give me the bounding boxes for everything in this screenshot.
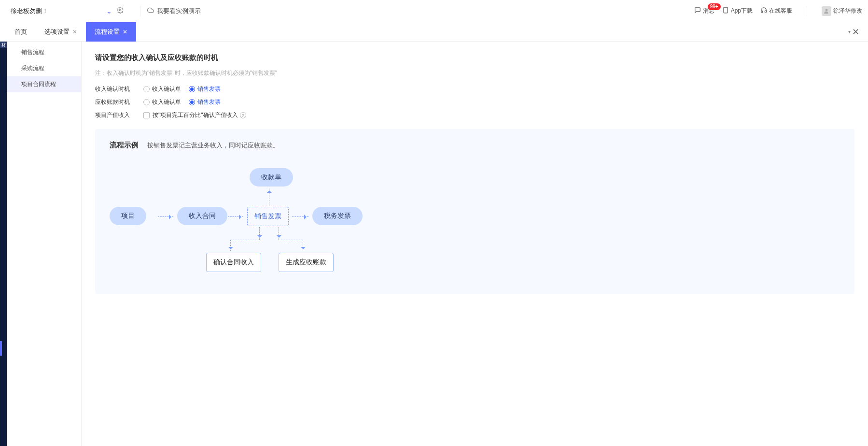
headset-icon <box>760 7 767 15</box>
demo-link-label: 我要看实例演示 <box>157 7 201 15</box>
sidebar-item-purchase-flow[interactable]: 采购流程 <box>7 60 81 76</box>
app-rail: 材 <box>0 42 7 446</box>
demo-link[interactable]: 我要看实例演示 <box>147 7 201 15</box>
radio-label: 收入确认单 <box>152 85 181 93</box>
radio-label: 销售发票 <box>197 85 221 93</box>
page-title: 请设置您的收入确认及应收账款的时机 <box>95 53 854 62</box>
radio-sales-invoice[interactable]: 销售发票 <box>189 85 221 93</box>
flow-arrow <box>228 216 243 217</box>
support-label: 在线客服 <box>769 7 792 15</box>
top-right-actions: 消息 99+ App下载 在线客服 徐泽华修改 <box>694 6 862 16</box>
tab-label: 首页 <box>14 28 27 36</box>
divider <box>807 6 807 16</box>
page-note: 注：收入确认时机为"销售发票"时，应收账款确认时机必须为"销售发票" <box>95 69 854 77</box>
flow-arrow <box>230 240 231 251</box>
flow-node-sales-invoice: 销售发票 <box>247 207 289 226</box>
flow-arrow <box>292 216 308 217</box>
radio-dot-icon <box>189 99 195 105</box>
svg-point-0 <box>119 9 121 11</box>
top-bar: 徐老板勿删！ ⌄ 我要看实例演示 消息 99+ App下载 <box>0 0 868 22</box>
row-project-value: 项目产值收入 按"项目完工百分比"确认产值收入 ? <box>95 111 854 119</box>
flow-title: 流程示例 <box>110 141 139 150</box>
flow-node-project: 项目 <box>110 207 146 225</box>
flow-node-confirm-income: 确认合同收入 <box>206 253 261 272</box>
tab-bar: 首页 选项设置 ✕ 流程设置 ✕ ✕ ▾ <box>0 22 868 42</box>
flow-example-panel: 流程示例 按销售发票记主营业务收入，同时记应收账款。 项目 收入合同 销售发票 … <box>95 129 854 294</box>
row-ar-timing: 应收账款时机 收入确认单 销售发票 <box>95 98 854 106</box>
checkbox-completion-pct[interactable] <box>143 112 150 118</box>
gear-icon[interactable] <box>117 7 124 15</box>
tab-options[interactable]: 选项设置 ✕ <box>36 22 86 42</box>
org-name: 徐老板勿删！ <box>11 7 106 15</box>
close-icon[interactable]: ✕ <box>123 29 127 35</box>
chevron-down-icon[interactable]: ▾ <box>848 29 851 34</box>
flow-canvas: 项目 收入合同 销售发票 税务发票 收款单 确认合同收入 生成应收账款 <box>110 163 840 274</box>
flow-arrow-segment <box>279 240 303 240</box>
field-label: 应收账款时机 <box>95 98 143 106</box>
flow-node-income-contract: 收入合同 <box>177 207 227 225</box>
flow-arrow-segment <box>230 240 259 240</box>
chevron-down-icon: ⌄ <box>106 7 112 15</box>
rail-tag: 材 <box>0 42 7 48</box>
divider <box>140 6 140 16</box>
rail-marker <box>0 341 2 356</box>
radio-income-confirm-doc[interactable]: 收入确认单 <box>143 85 181 93</box>
flow-description: 按销售发票记主营业务收入，同时记应收账款。 <box>147 141 279 150</box>
tab-label: 选项设置 <box>44 28 70 36</box>
tab-home[interactable]: 首页 <box>6 22 36 42</box>
flow-arrow-segment <box>279 227 279 240</box>
flow-node-tax-invoice: 税务发票 <box>312 207 363 225</box>
flow-arrow-segment <box>259 227 260 240</box>
field-label: 收入确认时机 <box>95 85 143 93</box>
username-label: 徐泽华修改 <box>833 7 862 15</box>
flow-node-gen-ar: 生成应收账款 <box>279 253 334 272</box>
cloud-icon <box>147 7 154 15</box>
flow-node-receipt: 收款单 <box>250 168 293 187</box>
svg-rect-1 <box>724 7 728 13</box>
radio-dot-icon <box>143 99 150 105</box>
tab-process[interactable]: 流程设置 ✕ <box>86 22 136 42</box>
message-icon <box>694 7 701 15</box>
main-content: 请设置您的收入确认及应收账款的时机 注：收入确认时机为"销售发票"时，应收账款确… <box>82 42 868 446</box>
radio-income-confirm-doc[interactable]: 收入确认单 <box>143 98 181 106</box>
radio-dot-icon <box>143 86 150 92</box>
tab-label: 流程设置 <box>95 28 120 36</box>
radio-dot-icon <box>189 86 195 92</box>
body-container: 材 销售流程 采购流程 项目合同流程 请设置您的收入确认及应收账款的时机 注：收… <box>0 42 868 446</box>
checkbox-label: 按"项目完工百分比"确认产值收入 <box>153 111 238 119</box>
close-icon[interactable]: ✕ <box>72 29 77 35</box>
sidebar-item-project-contract-flow[interactable]: 项目合同流程 <box>7 76 81 92</box>
org-selector[interactable]: 徐老板勿删！ ⌄ <box>6 7 117 15</box>
flow-arrow <box>303 240 303 251</box>
flow-arrow <box>158 216 173 217</box>
radio-label: 收入确认单 <box>152 98 181 106</box>
help-icon[interactable]: ? <box>240 112 246 118</box>
svg-point-3 <box>826 9 828 11</box>
field-label: 项目产值收入 <box>95 111 143 119</box>
radio-sales-invoice[interactable]: 销售发票 <box>189 98 221 106</box>
app-download-label: App下载 <box>731 7 753 15</box>
user-menu[interactable]: 徐泽华修改 <box>822 6 862 16</box>
app-download-button[interactable]: App下载 <box>722 7 753 15</box>
flow-arrow <box>269 188 269 206</box>
messages-button[interactable]: 消息 99+ <box>694 7 714 15</box>
sidebar: 销售流程 采购流程 项目合同流程 <box>7 42 82 446</box>
row-income-confirm: 收入确认时机 收入确认单 销售发票 <box>95 85 854 93</box>
sidebar-item-sales-flow[interactable]: 销售流程 <box>7 44 81 60</box>
messages-badge: 99+ <box>707 3 721 11</box>
radio-label: 销售发票 <box>197 98 221 106</box>
support-button[interactable]: 在线客服 <box>760 7 792 15</box>
phone-icon <box>722 7 729 15</box>
avatar <box>822 6 831 16</box>
